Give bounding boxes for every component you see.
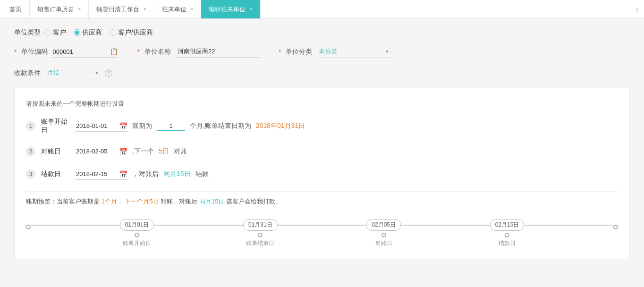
tl-seg-2-line — [154, 225, 243, 226]
period-prefix: 账期为 — [132, 122, 152, 130]
unit-info-row: * 单位编码 📋 * 单位名称 * 单位分类 未分类 ▾ — [14, 45, 630, 58]
radio-customer-circle — [44, 29, 51, 36]
tl-node-1: 01月01日 账单开始日 — [120, 219, 154, 247]
tab-sales-history[interactable]: 销售订单历史 × — [30, 0, 89, 18]
tab-partners-close[interactable]: × — [190, 7, 193, 12]
tl-line-2 — [154, 225, 243, 226]
payment-date-highlight: 同月15日 — [163, 170, 191, 178]
payment-date-input[interactable] — [75, 169, 118, 178]
unit-code-icon[interactable]: 📋 — [110, 48, 118, 55]
reconcile-highlight: 5日 — [159, 147, 169, 156]
reconcile-date-input[interactable] — [75, 147, 118, 156]
unit-class-arrow: ▾ — [386, 49, 389, 55]
unit-type-group: 单位类型 客户 供应商 客户/供应商 — [14, 28, 153, 37]
payment-dropdown[interactable]: 月结 ▾ — [44, 67, 101, 79]
radio-customer-label: 客户 — [53, 28, 66, 37]
payment-value: 月结 — [47, 68, 93, 77]
payment-label: 收款条件 — [14, 69, 41, 77]
radio-both-circle — [110, 29, 116, 36]
tab-more-button[interactable]: › — [630, 5, 644, 14]
tab-edit-partner[interactable]: 编辑往来单位 × — [201, 0, 260, 18]
payment-row: 收款条件 月结 ▾ ? — [14, 67, 630, 79]
tl-node-3: 02月05日 对账日 — [366, 219, 401, 247]
tab-edit-partner-close[interactable]: × — [249, 7, 252, 12]
unit-code-input[interactable] — [51, 46, 108, 57]
period-suffix: 个月,账单结束日期为 — [190, 122, 251, 130]
tab-partners[interactable]: 往来单位 × — [154, 0, 201, 18]
row-content-1: 📅 账期为 个月,账单结束日期为 2018年01月31日 — [75, 120, 618, 132]
tl-start-dot — [26, 225, 31, 229]
setting-row-1: 1 账单开始日 📅 账期为 个月,账单结束日期为 2018年01月31日 — [26, 118, 618, 135]
unit-type-row: 单位类型 客户 供应商 客户/供应商 — [14, 28, 630, 37]
tl-badge-1: 01月01日 — [120, 219, 154, 231]
unit-class-dropdown[interactable]: 未分类 ▾ — [316, 45, 391, 58]
tl-dot-4 — [505, 233, 509, 237]
unit-code-input-wrap: 📋 — [51, 46, 118, 58]
tl-seg-4 — [401, 219, 490, 226]
payment-date-icon[interactable]: 📅 — [119, 170, 127, 178]
tl-dot-2 — [258, 233, 263, 237]
row-num-2: 2 — [26, 147, 35, 156]
start-date-input[interactable] — [75, 121, 118, 130]
radio-both[interactable]: 客户/供应商 — [110, 28, 153, 37]
radio-supplier-label: 供应商 — [82, 28, 102, 37]
unit-code-star: * — [14, 48, 17, 56]
tl-badge-2: 01月31日 — [243, 219, 278, 231]
unit-name-group: * 单位名称 — [137, 46, 259, 58]
settings-panel: 请按照未来的一个完整帐期进行设置 1 账单开始日 📅 账期为 个月,账单结束日期… — [14, 88, 630, 259]
tl-start-node — [26, 219, 31, 229]
unit-code-label: 单位编码 — [21, 48, 48, 56]
tl-seg-1-line — [31, 225, 120, 226]
payment-date-prefix: ，对账后 — [132, 170, 159, 178]
tl-seg-4-line — [401, 225, 490, 226]
tab-sales-history-label: 销售订单历史 — [37, 5, 74, 14]
tl-line-5 — [524, 225, 613, 226]
preview-section: 账期预览：当前客户账期是 1个月， 下一个月5日 对账，对账后 同月15日 该客… — [26, 191, 618, 206]
tl-label-3: 对账日 — [375, 239, 392, 247]
payment-arrow: ▾ — [95, 70, 98, 76]
main-content: 单位类型 客户 供应商 客户/供应商 * 单位编码 — [0, 19, 644, 287]
tab-partners-label: 往来单位 — [162, 5, 186, 14]
tl-seg-1 — [31, 219, 120, 226]
tab-cash-work-label: 钱货日清工作台 — [96, 5, 139, 14]
tl-line-3 — [278, 225, 367, 226]
tab-home-label: 首页 — [9, 5, 22, 14]
tab-cash-work-close[interactable]: × — [143, 7, 146, 12]
unit-name-input[interactable] — [175, 46, 260, 58]
preview-period: 1个月， — [102, 198, 123, 205]
row-num-3: 3 — [26, 169, 35, 179]
tl-badge-3: 02月05日 — [366, 219, 401, 231]
unit-code-group: * 单位编码 📋 — [14, 46, 118, 58]
row-label-3: 结款日 — [41, 170, 69, 178]
setting-row-3: 3 结款日 📅 ，对账后 同月15日 结款 — [26, 169, 618, 180]
tab-bar: 首页 销售订单历史 × 钱货日清工作台 × 往来单位 × 编辑往来单位 × › — [0, 0, 644, 19]
reconcile-date-wrap: 📅 — [75, 146, 127, 157]
unit-class-label: 单位分类 — [286, 48, 312, 56]
tab-home[interactable]: 首页 — [0, 0, 30, 18]
setting-row-2: 2 对账日 📅 ,下一个 5日 对账 — [26, 146, 618, 157]
tab-edit-partner-label: 编辑往来单位 — [209, 5, 246, 14]
row-label-2: 对账日 — [41, 147, 69, 156]
unit-class-group: * 单位分类 未分类 ▾ — [279, 45, 391, 58]
payment-help-icon[interactable]: ? — [105, 69, 112, 77]
tl-node-2: 01月31日 账单结束日 — [243, 219, 278, 247]
period-number-input[interactable] — [157, 121, 185, 131]
payment-group: 收款条件 月结 ▾ ? — [14, 67, 112, 79]
tab-cash-work[interactable]: 钱货日清工作台 × — [89, 0, 154, 18]
reconcile-date-icon[interactable]: 📅 — [119, 148, 127, 155]
start-date-icon[interactable]: 📅 — [119, 122, 127, 130]
radio-customer[interactable]: 客户 — [44, 28, 66, 37]
payment-date-wrap: 📅 — [75, 169, 127, 180]
row-label-1: 账单开始日 — [41, 118, 69, 135]
preview-label: 账期预览：当前客户账期是 — [26, 198, 100, 205]
tab-sales-history-close[interactable]: × — [78, 7, 81, 12]
tl-line-1 — [31, 225, 120, 226]
tl-dot-3 — [381, 233, 386, 237]
radio-group: 客户 供应商 客户/供应商 — [44, 28, 153, 37]
unit-class-star: * — [279, 48, 281, 56]
radio-supplier[interactable]: 供应商 — [74, 28, 102, 37]
preview-end: 同月15日 — [199, 198, 224, 205]
tl-badge-4: 02月15日 — [490, 219, 525, 231]
preview-mid2: 对账，对账后 — [161, 198, 197, 205]
row-content-2: 📅 ,下一个 5日 对账 — [75, 146, 618, 157]
